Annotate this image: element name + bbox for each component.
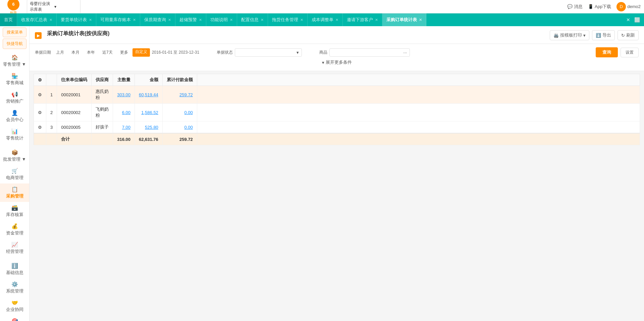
- toggle-filter-button[interactable]: ▶: [35, 32, 42, 39]
- quick-nav-button[interactable]: 快捷导航: [3, 39, 26, 49]
- close-icon[interactable]: ✕: [261, 18, 264, 22]
- goods-filter: 商品 ···: [319, 48, 410, 57]
- date-shortcut-7days[interactable]: 近7天: [99, 48, 116, 57]
- sidebar-item-enterprise[interactable]: 🤝 企业协同: [0, 297, 29, 315]
- row-gear-cell[interactable]: ⚙: [34, 104, 46, 121]
- basic-info-icon: ℹ️: [11, 263, 18, 269]
- tab-tuohuo[interactable]: 拖货任务管理 ✕: [268, 13, 308, 26]
- sidebar-item-operation[interactable]: 📈 经营管理: [0, 239, 29, 257]
- settings-button[interactable]: 设置: [621, 48, 639, 57]
- row-paid-amount-cell[interactable]: 0.00: [162, 104, 197, 121]
- messages-button[interactable]: 💬 消息: [567, 4, 583, 10]
- row-supplier-name-cell: 好孩子: [92, 121, 113, 133]
- tab-gongneng[interactable]: 功能说明 ✕: [206, 13, 237, 26]
- expand-more-button[interactable]: ▾ 展开更多条件: [35, 57, 639, 67]
- sidebar-item-ecommerce[interactable]: 🛒 电商管理: [0, 165, 29, 183]
- sidebar-item-member[interactable]: 👤 会员中心: [0, 107, 29, 125]
- nav-close-icon[interactable]: ✕: [625, 16, 632, 24]
- stock-icon: 🗃️: [11, 205, 18, 211]
- table-row[interactable]: ⚙ 3 00020005 好孩子 7.00 525.80 0.00: [34, 121, 640, 133]
- row-amount-cell[interactable]: 60,519.44: [135, 86, 163, 104]
- row-paid-amount-cell[interactable]: 259.72: [162, 86, 197, 104]
- date-shortcut-this-year[interactable]: 本年: [84, 48, 98, 57]
- close-icon[interactable]: ✕: [168, 18, 171, 22]
- row-main-qty-cell[interactable]: 7.00: [113, 121, 135, 133]
- footer-amount-cell: 62,631.76: [135, 133, 163, 145]
- close-icon[interactable]: ✕: [300, 18, 303, 22]
- close-icon[interactable]: ✕: [419, 18, 422, 22]
- tab-baozhouqi[interactable]: 保质期查询 ✕: [140, 13, 175, 26]
- footer-gear-cell: [34, 133, 46, 145]
- close-icon[interactable]: ✕: [375, 18, 378, 22]
- sidebar-item-finance[interactable]: 💰 资金管理: [0, 220, 29, 239]
- app-download-button[interactable]: 📱 App下载: [588, 4, 611, 10]
- sidebar-item-retail-shop[interactable]: 🏪 零售商城: [0, 70, 29, 89]
- sidebar-item-purchase[interactable]: 📋 采购管理: [0, 183, 29, 202]
- row-main-qty-cell[interactable]: 6.00: [113, 104, 135, 121]
- table-row[interactable]: ⚙ 1 00020001 惠氏奶粉 303.00 60,519.44 259.7…: [34, 86, 640, 104]
- top-right: 💬 消息 📱 App下载 D demo2: [567, 2, 641, 11]
- row-gear-cell[interactable]: ⚙: [34, 86, 46, 104]
- close-icon[interactable]: ✕: [335, 18, 338, 22]
- date-shortcut-last-month[interactable]: 上月: [53, 48, 67, 57]
- row-amount-cell[interactable]: 525.80: [135, 121, 163, 133]
- sidebar-item-system[interactable]: ⚙️ 系统管理: [0, 278, 29, 297]
- refresh-button[interactable]: ↻ 刷新: [618, 30, 639, 40]
- sidebar-item-retail-stats[interactable]: 📊 零售统计: [0, 125, 29, 144]
- print-button[interactable]: 🖨️ 按模板打印 ▾: [550, 30, 589, 40]
- content-area: ▶ 采购订单统计表(按供应商) 🖨️ 按模板打印 ▾ ⬇️ 导出 ↻: [30, 26, 644, 321]
- tab-label: 采购订单统计表: [386, 17, 417, 23]
- message-icon: 💬: [567, 4, 573, 9]
- user-avatar-button[interactable]: D demo2: [616, 2, 641, 11]
- row-main-qty-cell[interactable]: 303.00: [113, 86, 135, 104]
- row-gear-cell[interactable]: ⚙: [34, 121, 46, 133]
- tab-caigou[interactable]: 采购订单统计表 ✕: [382, 13, 426, 26]
- goods-input[interactable]: ···: [329, 48, 410, 57]
- print-icon: 🖨️: [553, 33, 559, 38]
- date-shortcut-this-month[interactable]: 本月: [68, 48, 83, 57]
- sidebar-item-label: 电商管理: [6, 175, 23, 181]
- status-label: 单据状态: [217, 50, 233, 55]
- close-icon[interactable]: ✕: [49, 18, 52, 22]
- tab-shoufahuihui[interactable]: 收发存汇总表 ✕: [17, 13, 57, 26]
- table-row[interactable]: ⚙ 2 00020002 飞鹤奶粉 6.00 1,586.52 0.00: [34, 104, 640, 121]
- chevron-down-icon: ▾: [54, 4, 77, 9]
- workspace-selector[interactable]: 母婴行业演示库表 ▾: [27, 0, 80, 14]
- main-layout: 搜索菜单 快捷导航 🏠 零售管理 ▼ 🏪 零售商城 📢 营销推广 👤 会员中心 …: [0, 26, 644, 321]
- tab-chaochuyujing[interactable]: 超储预警 ✕: [175, 13, 206, 26]
- footer-extra-cell: [197, 133, 640, 145]
- sidebar-item-retail-manage[interactable]: 🏠 零售管理 ▼: [0, 52, 29, 70]
- tab-home[interactable]: 首页: [0, 13, 17, 26]
- search-menu-button[interactable]: 搜索菜单: [3, 28, 26, 37]
- date-shortcut-more[interactable]: 更多: [117, 48, 131, 57]
- chevron-down-icon: ▾: [583, 33, 586, 38]
- status-select[interactable]: ▾: [235, 48, 302, 57]
- query-button[interactable]: 查询: [596, 47, 618, 57]
- close-icon[interactable]: ✕: [199, 18, 202, 22]
- close-icon[interactable]: ✕: [89, 18, 92, 22]
- tab-chengben[interactable]: 成本调整单 ✕: [308, 13, 343, 26]
- enterprise-icon: 🤝: [11, 300, 18, 306]
- row-amount-cell[interactable]: 1,586.52: [135, 104, 163, 121]
- sidebar-item-newbie[interactable]: 🎯 新手引导: [0, 315, 29, 321]
- tab-yaohuodan[interactable]: 要货单统计表 ✕: [57, 13, 96, 26]
- nav-expand-icon[interactable]: ⬜: [633, 16, 641, 24]
- sidebar-item-basic-info[interactable]: ℹ️ 基础信息: [0, 260, 29, 278]
- sidebar-item-stock[interactable]: 🗃️ 库存核算: [0, 202, 29, 220]
- sidebar-item-marketing[interactable]: 📢 营销推广: [0, 89, 29, 107]
- sidebar-item-wholesale[interactable]: 📦 批发管理 ▼: [0, 147, 29, 165]
- export-button[interactable]: ⬇️ 导出: [592, 30, 615, 40]
- date-custom-tag[interactable]: 自定义: [132, 48, 150, 57]
- sidebar-item-label: 会员中心: [6, 117, 23, 123]
- close-icon[interactable]: ✕: [133, 18, 136, 22]
- tab-peizhi[interactable]: 配置信息 ✕: [237, 13, 268, 26]
- tab-label: 要货单统计表: [61, 17, 87, 23]
- close-icon[interactable]: ✕: [230, 18, 233, 22]
- tab-label: 保质期查询: [144, 17, 166, 23]
- row-extra-cell: [197, 86, 640, 104]
- footer-qty-cell: 316.00: [113, 133, 135, 145]
- tab-keyongliang[interactable]: 可用量库存账本 ✕: [96, 13, 140, 26]
- row-paid-amount-cell[interactable]: 0.00: [162, 121, 197, 133]
- tab-yaoqing[interactable]: 邀请下游客户 ✕: [343, 13, 382, 26]
- messages-label: 消息: [574, 4, 583, 10]
